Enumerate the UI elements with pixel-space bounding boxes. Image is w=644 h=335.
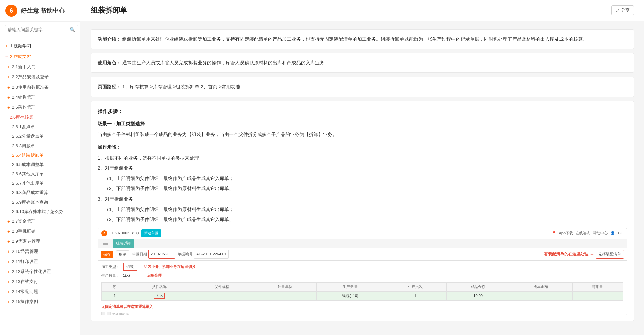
intro-card: 功能介绍： 组装拆卸单用来处理企业组装或拆卸等加工业务，支持有固定装配清单的产品… <box>91 29 634 49</box>
cell-product-amt: 10.00 <box>446 292 509 301</box>
sidebar-item-other-outbound[interactable]: 2.6.7其他出库单 <box>0 179 80 188</box>
sidebar-item-ledger-fix[interactable]: 2.6.10库存账本错了怎么办 <box>0 207 80 216</box>
nav-section-2: – 2.帮助文档 + 2.1新手入门 + 2.2产品安装及登录 + 2.3使用前… <box>0 51 80 307</box>
app-table-area: 序 父件名称 父件规格 计量单位 生产数量 生产批次 成品金额 成本金额 可用量 <box>98 282 627 315</box>
path-label: 页面路径： <box>98 84 121 89</box>
date-value: 2019-12-26 <box>148 250 175 259</box>
expand-icon-2-9: + <box>7 239 10 244</box>
sidebar-item-install[interactable]: + 2.2产品安装及登录 <box>0 72 80 82</box>
sidebar-item-assembly[interactable]: 2.6.4组装拆卸单 <box>0 151 80 160</box>
sidebar-item-ledger-query[interactable]: 2.6.9库存账本查询 <box>0 198 80 207</box>
sidebar-item-data-prep[interactable]: + 2.3使用前数据准备 <box>0 82 80 92</box>
app-bar-id: TEST-H002 <box>110 230 129 237</box>
sidebar-item-online-pay[interactable]: + 2.13在线支付 <box>0 277 80 287</box>
role-card: 使用角色： 通常由生产人员或库管人员完成拆装业务的操作，库管人员确认原材料的出库… <box>91 53 634 73</box>
sidebar-item-other-inbound[interactable]: 2.6.6其他入库单 <box>0 169 80 179</box>
collapse-icon-2-6: – <box>7 115 10 120</box>
form-row-type: 加工类型： 组装 组装业务、拆卸业务在这里切换 <box>101 263 623 271</box>
cell-spec <box>191 292 254 301</box>
nav-sub-items-2: + 2.1新手入门 + 2.2产品安装及登录 + 2.3使用前数据准备 + 2.… <box>0 62 80 307</box>
page-title: 组装拆卸单 <box>91 5 127 15</box>
search-button[interactable]: 🔍 <box>67 25 78 34</box>
app-ss-logo: 6 <box>101 230 107 236</box>
page-header: 组装拆卸单 ↗ 分享 <box>80 0 644 21</box>
ss-cancel-btn: 取消 <box>116 250 129 258</box>
operations-title: 操作步骤： <box>98 107 627 116</box>
expand-icon-2-10: + <box>7 249 10 254</box>
expand-icon-2-3: + <box>7 85 10 90</box>
col-qty: 生产数量 <box>317 283 384 292</box>
share-button[interactable]: ↗ 分享 <box>611 5 634 15</box>
cell-name: 关木 <box>128 292 191 301</box>
step2-2: （2）下部明细为子件明细，最终作为原材料生成其它出库单。 <box>98 184 627 193</box>
sidebar-item-finance[interactable]: + 2.7资金管理 <box>0 216 80 226</box>
process-type: 组装 <box>123 263 137 271</box>
field-date: 单据日期 2019-12-26 <box>132 250 175 259</box>
nav-deep-items-2-6: 2.6.1盘点单 2.6.2分量盘点单 2.6.3调拨单 2.6.4组装拆卸单 … <box>0 122 80 216</box>
col-available: 可用量 <box>572 283 623 292</box>
sidebar: 6 好生意 帮助中心 🔍 + 1.视频学习 – 2.帮助文档 + 2.1新手入门 <box>0 0 80 335</box>
field-order: 单据编号 AD-20191226-001 <box>178 250 229 259</box>
col-seq: 序 <box>102 283 128 292</box>
sidebar-item-management[interactable]: + 2.10经营管理 <box>0 246 80 257</box>
sidebar-item-cases[interactable]: + 2.15操作案例 <box>0 297 80 307</box>
order-value: AD-20191226-001 <box>194 250 229 259</box>
sidebar-item-faq[interactable]: + 2.14常见问题 <box>0 287 80 297</box>
expand-icon-2-8: + <box>7 229 10 234</box>
sidebar-item-mobile[interactable]: + 2.8手机旺铺 <box>0 226 80 236</box>
expand-icon-2-12: + <box>7 269 10 274</box>
sidebar-item-cost-recalc[interactable]: 2.6.8商品成本重算 <box>0 188 80 198</box>
role-text: 通常由生产人员或库管人员完成拆装业务的操作，库管人员确认原材料的出库和产成品的入… <box>122 60 324 65</box>
sub-table-hint: 子件明细行... <box>101 312 623 315</box>
screenshot-container: 6 TEST-H002 ▾ ⚙ 新建单据 📍 App下载 在线咨询 帮助中心 <box>98 228 627 315</box>
search-input[interactable] <box>5 25 67 34</box>
sidebar-item-sales[interactable]: + 2.4销售管理 <box>0 92 80 102</box>
cell-avail <box>572 292 623 301</box>
intro-text: 组装拆卸单用来处理企业组装或拆卸等加工业务，支持有固定装配清单的产品加工业务，也… <box>122 36 587 42</box>
sidebar-item-cost-adjust[interactable]: 2.6.5成本调整单 <box>0 160 80 169</box>
expand-icon-2-15: + <box>7 299 10 304</box>
sidebar-item-newbie[interactable]: + 2.1新手入门 <box>0 62 80 72</box>
path-card: 页面路径： 1、库存核算->库存管理->组装拆卸单 2、首页->常用功能 <box>91 77 634 97</box>
sidebar-item-help-docs[interactable]: – 2.帮助文档 <box>0 51 80 62</box>
expand-icon-2-13: + <box>7 279 10 284</box>
new-order-btn: 新建单据 <box>141 229 161 237</box>
expand-icon-1: + <box>5 43 8 49</box>
app-form: 加工类型： 组装 组装业务、拆卸业务在这里切换 生产数量： 1(X) 启用处理 <box>98 261 627 283</box>
cell-batch: 1 <box>384 292 446 301</box>
sidebar-logo: 6 好生意 帮助中心 <box>0 0 80 22</box>
sidebar-item-coupons[interactable]: + 2.9优惠券管理 <box>0 236 80 246</box>
col-cost-amount: 成本金额 <box>509 283 572 292</box>
expand-icon-2-1: + <box>7 65 10 70</box>
main-scrollable[interactable]: 功能介绍： 组装拆卸单用来处理企业组装或拆卸等加工业务，支持有固定装配清单的产品… <box>80 21 644 335</box>
nav-section-1: + 1.视频学习 <box>0 41 80 51</box>
expand-icon-2-14: + <box>7 289 10 294</box>
app-bar-mid: ▾ ⚙ 新建单据 <box>132 229 549 237</box>
operations-card: 操作步骤： 场景一：加工类型选择 当由多个子件材料组装成一个成品的业务为【组装】… <box>91 101 634 321</box>
sidebar-item-partial-stocktake[interactable]: 2.6.2分量盘点单 <box>0 132 80 141</box>
sidebar-item-inventory[interactable]: – 2.6库存核算 <box>0 112 80 122</box>
step3: 3、对于拆装业务 <box>98 194 627 204</box>
collapse-icon-2: – <box>5 54 8 59</box>
sidebar-item-stocktake[interactable]: 2.6.1盘点单 <box>0 122 80 132</box>
sidebar-item-personalize[interactable]: + 2.12系统个性化设置 <box>0 267 80 277</box>
expand-icon-2-5: + <box>7 105 10 110</box>
ss-save-btn: 保存 <box>101 251 113 258</box>
annotation3: 启用处理 <box>147 272 162 279</box>
col-product-amount: 成品金额 <box>446 283 509 292</box>
sidebar-item-videos[interactable]: + 1.视频学习 <box>0 41 80 51</box>
app-bar-right: 📍 App下载 在线咨询 帮助中心 👤 CC <box>552 230 623 237</box>
app-logo-icon: 6 <box>5 5 17 17</box>
expand-icon-2-11: + <box>7 259 10 264</box>
cell-seq: 1 <box>102 292 128 301</box>
share-icon: ↗ <box>616 8 620 13</box>
sidebar-item-purchase[interactable]: + 2.5采购管理 <box>0 102 80 112</box>
scene1-desc: 当由多个子件材料组装成一个成品的业务为【组装】业务，当由一个父件拆分成多个子产品… <box>98 130 627 139</box>
annotation4: 无固定清单可以在这里逐笔录入 <box>101 304 153 309</box>
step3-2: （2）下部明细为子件明细，最终作为产成品生成其它入库单。 <box>98 215 627 224</box>
form-row-count: 生产数量： 1(X) 启用处理 <box>101 272 623 279</box>
role-label: 使用角色： <box>98 60 121 65</box>
sidebar-item-transfer[interactable]: 2.6.3调拨单 <box>0 141 80 151</box>
sidebar-item-print[interactable]: + 2.11打印设置 <box>0 257 80 267</box>
app-data-table: 序 父件名称 父件规格 计量单位 生产数量 生产批次 成品金额 成本金额 可用量 <box>101 282 623 301</box>
